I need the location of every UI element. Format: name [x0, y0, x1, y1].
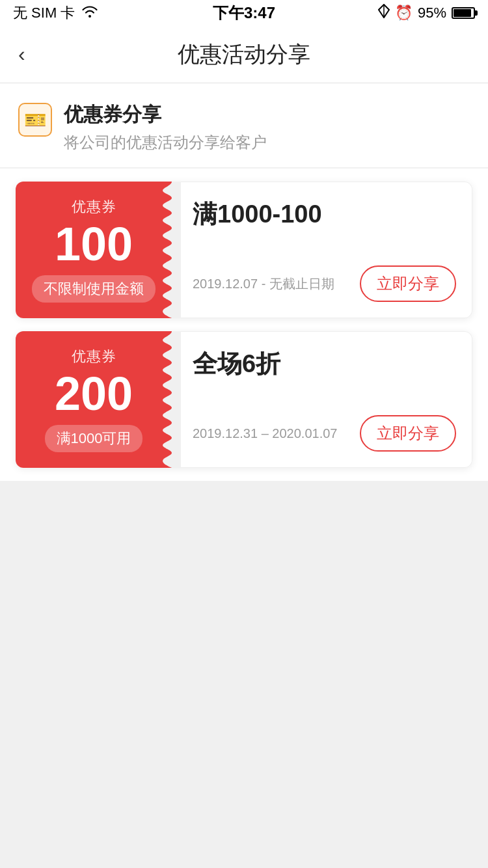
coupon-condition-bg-2: 满1000可用 [45, 425, 143, 452]
section-subtitle: 将公司的优惠活动分享给客户 [64, 132, 267, 153]
nav-title: 优惠活动分享 [178, 40, 310, 70]
share-button-2[interactable]: 立即分享 [360, 415, 456, 452]
status-left: 无 SIM 卡 [13, 3, 98, 23]
zigzag-1 [163, 182, 181, 318]
carrier-text: 无 SIM 卡 [13, 3, 75, 23]
coupon-bottom-2: 2019.12.31 – 2020.01.07 立即分享 [193, 415, 456, 452]
location-icon [378, 4, 390, 22]
coupon-date-2: 2019.12.31 – 2020.01.07 [193, 426, 352, 441]
coupon-list: 优惠券 100 不限制使用金额 满1000-100 2019.12.07 - 无… [0, 169, 488, 481]
section-text-block: 优惠券分享 将公司的优惠活动分享给客户 [64, 102, 267, 153]
coupon-name-2: 全场6折 [193, 347, 456, 381]
coupon-icon: 🎫 [24, 109, 47, 131]
coupon-bottom-1: 2019.12.07 - 无截止日期 立即分享 [193, 265, 456, 302]
battery-icon [452, 7, 475, 19]
coupon-date-1: 2019.12.07 - 无截止日期 [193, 275, 352, 293]
alarm-icon: ⏰ [395, 5, 413, 21]
bottom-area [0, 481, 488, 839]
coupon-condition-1: 不限制使用金额 [44, 280, 144, 297]
coupon-label-2: 优惠券 [72, 347, 116, 366]
coupon-condition-bg-1: 不限制使用金额 [32, 275, 156, 303]
section-header: 🎫 优惠券分享 将公司的优惠活动分享给客户 [0, 83, 488, 167]
back-button[interactable]: ‹ [18, 42, 25, 66]
share-button-1[interactable]: 立即分享 [360, 265, 456, 302]
coupon-condition-2: 满1000可用 [57, 430, 131, 446]
zigzag-2 [163, 331, 181, 468]
wifi-icon [81, 5, 98, 21]
status-bar: 无 SIM 卡 下午3:47 ⏰ 95% [0, 0, 488, 26]
coupon-left-2: 优惠券 200 满1000可用 [16, 331, 172, 468]
section-title: 优惠券分享 [64, 102, 267, 128]
nav-bar: ‹ 优惠活动分享 [0, 26, 488, 83]
coupon-left-1: 优惠券 100 不限制使用金额 [16, 182, 172, 318]
coupon-name-1: 满1000-100 [193, 198, 456, 231]
coupon-card-2: 优惠券 200 满1000可用 全场6折 2019.12.31 – 2020.0… [16, 331, 472, 468]
status-time: 下午3:47 [213, 3, 275, 23]
section-icon: 🎫 [18, 103, 52, 137]
coupon-right-1: 满1000-100 2019.12.07 - 无截止日期 立即分享 [172, 182, 472, 318]
coupon-amount-1: 100 [55, 221, 133, 267]
coupon-label-1: 优惠券 [72, 197, 116, 217]
coupon-card-1: 优惠券 100 不限制使用金额 满1000-100 2019.12.07 - 无… [16, 182, 472, 318]
coupon-right-2: 全场6折 2019.12.31 – 2020.01.07 立即分享 [172, 331, 472, 468]
battery-percent: 95% [418, 5, 446, 21]
status-right: ⏰ 95% [378, 4, 475, 22]
coupon-amount-2: 200 [55, 370, 133, 417]
